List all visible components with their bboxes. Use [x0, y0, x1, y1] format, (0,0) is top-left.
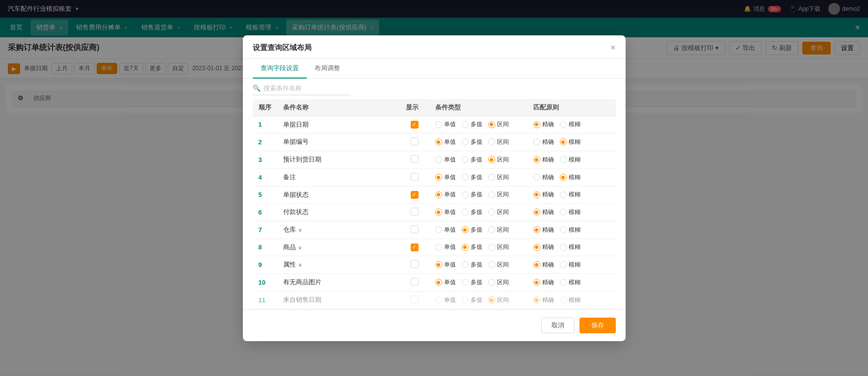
match-radio-模糊[interactable]: 模糊	[560, 120, 580, 129]
table-row: 9属性 ∨单值多值区间精确模糊	[253, 256, 616, 273]
type-radio-单值[interactable]: 单值	[435, 243, 456, 251]
radio-circle	[560, 226, 567, 233]
tab-field-settings[interactable]: 查询字段设置	[253, 59, 307, 79]
match-radio-精确[interactable]: 精确	[533, 261, 554, 269]
radio-circle	[488, 226, 495, 233]
type-radio-区间[interactable]: 区间	[488, 278, 509, 287]
cell-match: 精确模糊	[527, 168, 616, 186]
cell-display	[400, 151, 429, 168]
type-radio-多值[interactable]: 多值	[462, 173, 482, 182]
type-radio-区间[interactable]: 区间	[488, 261, 509, 269]
type-radio-单值[interactable]: 单值	[435, 208, 456, 216]
cell-type: 单值多值区间	[429, 239, 527, 256]
match-radio-精确[interactable]: 精确	[533, 208, 554, 216]
display-checkbox[interactable]	[411, 208, 419, 215]
radio-circle	[435, 226, 442, 233]
tab-layout-adjust[interactable]: 布局调整	[307, 59, 348, 79]
display-checkbox[interactable]	[411, 155, 419, 163]
display-checkbox[interactable]: ✓	[411, 243, 419, 251]
type-radio-多值[interactable]: 多值	[462, 296, 482, 304]
cell-type: 单值多值区间	[429, 203, 527, 221]
match-radio-精确[interactable]: 精确	[533, 120, 554, 129]
type-radio-单值[interactable]: 单值	[435, 261, 456, 269]
cell-order: 10	[253, 273, 277, 291]
table-row: 10有无商品图片单值多值区间精确模糊	[253, 273, 616, 291]
match-radio-模糊[interactable]: 模糊	[560, 261, 580, 269]
type-radio-区间[interactable]: 区间	[488, 120, 509, 129]
match-radio-模糊[interactable]: 模糊	[560, 226, 580, 234]
cell-match: 精确模糊	[527, 239, 616, 256]
type-radio-单值[interactable]: 单值	[435, 278, 456, 287]
type-radio-多值[interactable]: 多值	[462, 226, 482, 234]
type-radio-多值[interactable]: 多值	[462, 278, 482, 287]
cell-order: 5	[253, 186, 277, 203]
dialog-table-wrap: 顺序 条件名称 显示 条件类型 匹配原则 1单据日期✓单值多值区间精确模糊2单据…	[243, 99, 626, 309]
match-radio-精确[interactable]: 精确	[533, 243, 554, 251]
dialog-close-button[interactable]: ×	[610, 43, 616, 52]
cell-type: 单值多值区间	[429, 116, 527, 133]
match-radio-精确[interactable]: 精确	[533, 278, 554, 287]
type-radio-区间[interactable]: 区间	[488, 243, 509, 251]
match-radio-模糊[interactable]: 模糊	[560, 156, 580, 164]
type-radio-多值[interactable]: 多值	[462, 120, 482, 129]
display-checkbox[interactable]	[411, 137, 419, 145]
match-radio-模糊[interactable]: 模糊	[560, 243, 580, 251]
type-radio-单值[interactable]: 单值	[435, 156, 456, 164]
match-radio-模糊[interactable]: 模糊	[560, 138, 580, 146]
cell-type: 单值多值区间	[429, 168, 527, 186]
type-radio-多值[interactable]: 多值	[462, 138, 482, 146]
type-radio-单值[interactable]: 单值	[435, 226, 456, 234]
match-radio-精确[interactable]: 精确	[533, 173, 554, 182]
match-radio-精确[interactable]: 精确	[533, 156, 554, 164]
type-radio-单值[interactable]: 单值	[435, 173, 456, 182]
dialog-header: 设置查询区域布局 ×	[243, 35, 626, 59]
match-radio-模糊[interactable]: 模糊	[560, 278, 580, 287]
radio-circle	[533, 279, 540, 286]
radio-circle	[560, 174, 567, 181]
cell-type: 单值多值区间	[429, 186, 527, 203]
cell-match: 精确模糊	[527, 203, 616, 221]
type-radio-多值[interactable]: 多值	[462, 208, 482, 216]
cancel-button[interactable]: 取消	[541, 318, 575, 333]
type-radio-区间[interactable]: 区间	[488, 226, 509, 234]
match-radio-精确[interactable]: 精确	[533, 190, 554, 199]
display-checkbox[interactable]: ✓	[411, 191, 419, 199]
radio-circle	[488, 296, 495, 303]
cell-display	[400, 291, 429, 309]
type-radio-多值[interactable]: 多值	[462, 190, 482, 199]
type-radio-单值[interactable]: 单值	[435, 138, 456, 146]
type-radio-区间[interactable]: 区间	[488, 296, 509, 304]
radio-circle	[488, 191, 495, 198]
type-radio-多值[interactable]: 多值	[462, 156, 482, 164]
match-radio-模糊[interactable]: 模糊	[560, 173, 580, 182]
search-input[interactable]	[263, 84, 351, 92]
type-radio-单值[interactable]: 单值	[435, 296, 456, 304]
display-checkbox[interactable]	[411, 260, 419, 268]
cell-match: 精确模糊	[527, 151, 616, 168]
display-checkbox[interactable]	[411, 173, 419, 181]
match-radio-模糊[interactable]: 模糊	[560, 296, 580, 304]
cell-name: 单据编号	[277, 133, 400, 151]
type-radio-单值[interactable]: 单值	[435, 120, 456, 129]
radio-circle	[560, 209, 567, 215]
match-radio-精确[interactable]: 精确	[533, 296, 554, 304]
type-radio-区间[interactable]: 区间	[488, 190, 509, 199]
match-radio-精确[interactable]: 精确	[533, 138, 554, 146]
match-radio-模糊[interactable]: 模糊	[560, 190, 580, 199]
match-radio-模糊[interactable]: 模糊	[560, 208, 580, 216]
display-checkbox[interactable]	[411, 278, 419, 286]
type-radio-多值[interactable]: 多值	[462, 243, 482, 251]
save-button[interactable]: 保存	[579, 318, 616, 333]
type-radio-多值[interactable]: 多值	[462, 261, 482, 269]
cell-name: 属性 ∨	[277, 256, 400, 273]
type-radio-区间[interactable]: 区间	[488, 138, 509, 146]
display-checkbox[interactable]: ✓	[411, 121, 419, 129]
search-icon: 🔍	[253, 84, 261, 92]
display-checkbox[interactable]	[411, 295, 419, 303]
type-radio-区间[interactable]: 区间	[488, 156, 509, 164]
display-checkbox[interactable]	[411, 225, 419, 233]
type-radio-单值[interactable]: 单值	[435, 190, 456, 199]
type-radio-区间[interactable]: 区间	[488, 208, 509, 216]
type-radio-区间[interactable]: 区间	[488, 173, 509, 182]
match-radio-精确[interactable]: 精确	[533, 226, 554, 234]
